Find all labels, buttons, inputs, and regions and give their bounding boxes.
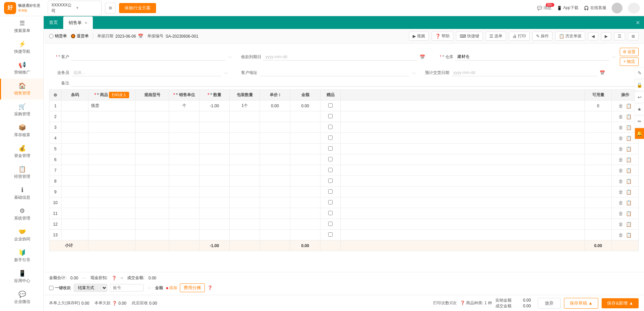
delete-row-icon[interactable]: 🗑: [618, 125, 623, 130]
row-price[interactable]: [260, 122, 290, 133]
one-click-payment-checkbox[interactable]: 一键收款: [49, 285, 71, 291]
sidebar-item-inventory[interactable]: 📦 库存核算: [0, 120, 43, 141]
row-unit[interactable]: 个: [169, 101, 199, 111]
copy-row-icon[interactable]: 📋: [626, 146, 632, 152]
sidebar-item-enterprise[interactable]: 🤝 企业协同: [0, 225, 43, 245]
sidebar-item-capital[interactable]: 💰 资金管理: [0, 141, 43, 162]
company-selector[interactable]: XXXXXX公司 ▼: [48, 1, 102, 15]
row-pack-qty[interactable]: [230, 144, 260, 154]
next-page-btn[interactable]: ▶: [601, 32, 611, 40]
video-btn[interactable]: ▶ 视频: [409, 32, 429, 41]
row-gift[interactable]: [320, 122, 341, 133]
row-gift[interactable]: [320, 165, 341, 176]
row-spec[interactable]: [136, 230, 169, 240]
customer-input[interactable]: [71, 53, 225, 61]
row-unit[interactable]: [169, 154, 199, 165]
row-unit[interactable]: [169, 122, 199, 133]
calendar-icon[interactable]: 📅: [138, 34, 143, 39]
row-gift[interactable]: [320, 111, 341, 122]
owe-info-icon[interactable]: ❓: [112, 301, 117, 306]
sidebar-item-system[interactable]: ⚙ 系统管理: [0, 204, 43, 225]
delete-row-icon[interactable]: 🗑: [618, 114, 623, 119]
sidebar-item-marketing[interactable]: 📢 营销推广: [0, 58, 43, 79]
expected-calendar-icon[interactable]: 📅: [600, 70, 605, 75]
select-order-btn[interactable]: ☰ 选单: [486, 32, 506, 41]
row-barcode[interactable]: [62, 122, 88, 133]
row-amount[interactable]: [290, 208, 320, 219]
row-pack-qty[interactable]: [230, 187, 260, 197]
row-pack-qty[interactable]: [230, 165, 260, 176]
row-barcode[interactable]: [62, 165, 88, 176]
sidebar-item-wechat[interactable]: 💬 企业微信: [0, 287, 43, 308]
row-qty[interactable]: [199, 144, 230, 154]
sidebar-item-basic-info[interactable]: ℹ 基础信息: [0, 183, 43, 204]
copy-row-icon[interactable]: 📋: [626, 168, 632, 173]
row-barcode[interactable]: [62, 133, 88, 144]
delete-row-icon[interactable]: 🗑: [618, 146, 623, 152]
payment-calendar-icon[interactable]: 📅: [420, 54, 425, 60]
row-barcode[interactable]: [62, 219, 88, 230]
return-order-radio[interactable]: 退货单: [71, 33, 89, 39]
copy-row-icon[interactable]: 📋: [626, 157, 632, 162]
row-product[interactable]: 拣货: [88, 101, 136, 111]
row-pack-qty[interactable]: [230, 230, 260, 240]
copy-row-icon[interactable]: 📋: [626, 179, 632, 184]
operate-btn[interactable]: ✎ 操作: [532, 32, 553, 41]
copy-row-icon[interactable]: 📋: [626, 232, 632, 238]
print-btn[interactable]: 🖨 打印: [509, 32, 530, 41]
row-gift[interactable]: [320, 101, 341, 111]
row-amount[interactable]: [290, 187, 320, 197]
copy-row-icon[interactable]: 📋: [626, 103, 632, 109]
row-product[interactable]: [88, 154, 136, 165]
tab-home[interactable]: 首页: [44, 16, 63, 29]
help-btn[interactable]: ❓ 帮助: [431, 32, 453, 41]
row-product[interactable]: [88, 176, 136, 187]
row-pack-qty[interactable]: [230, 133, 260, 144]
row-amount[interactable]: [290, 154, 320, 165]
customer-addr-input[interactable]: [259, 69, 409, 76]
add-payment-btn[interactable]: ● 添加: [166, 285, 177, 291]
row-amount[interactable]: [290, 111, 320, 122]
cash-discount-info-icon[interactable]: ❓: [112, 276, 117, 280]
row-product[interactable]: [88, 111, 136, 122]
row-pack-qty[interactable]: [230, 208, 260, 219]
row-qty[interactable]: [199, 197, 230, 208]
app-download-action[interactable]: 📱 App下载: [557, 5, 578, 11]
tab-close-icon[interactable]: ✕: [84, 21, 87, 25]
settings-btn[interactable]: ⚙ 设置: [620, 48, 639, 56]
avatar[interactable]: [612, 3, 622, 13]
row-price[interactable]: [260, 133, 290, 144]
row-price[interactable]: [260, 154, 290, 165]
account-ellipsis-btn[interactable]: ···: [146, 285, 152, 290]
row-unit[interactable]: [169, 144, 199, 154]
row-spec[interactable]: [136, 187, 169, 197]
delete-row-icon[interactable]: 🗑: [618, 189, 623, 195]
price-info-icon[interactable]: ℹ: [279, 93, 280, 97]
row-gift[interactable]: [320, 208, 341, 219]
account-input[interactable]: [110, 284, 144, 291]
row-qty[interactable]: [199, 176, 230, 187]
row-amount[interactable]: [290, 219, 320, 230]
row-spec[interactable]: [136, 165, 169, 176]
salesman-input[interactable]: [71, 69, 221, 76]
row-gift[interactable]: [320, 219, 341, 230]
row-price[interactable]: [260, 230, 290, 240]
float-refresh-btn[interactable]: ↩: [635, 91, 644, 103]
row-spec[interactable]: [136, 111, 169, 122]
history-orders-btn[interactable]: 📋 历史单据: [555, 32, 585, 41]
row-product[interactable]: [88, 208, 136, 219]
float-lock-btn[interactable]: 🔒: [635, 79, 644, 91]
row-pack-qty[interactable]: [230, 176, 260, 187]
customer-ellipsis-btn[interactable]: ···: [227, 54, 233, 59]
delete-row-icon[interactable]: 🗑: [618, 211, 623, 216]
row-amount[interactable]: [290, 176, 320, 187]
delete-row-icon[interactable]: 🗑: [618, 168, 623, 173]
avatar-extra[interactable]: [628, 3, 640, 13]
prev-page-btn[interactable]: ◀: [588, 32, 598, 40]
row-barcode[interactable]: [62, 208, 88, 219]
delete-row-icon[interactable]: 🗑: [618, 200, 623, 205]
row-spec[interactable]: [136, 154, 169, 165]
row-product[interactable]: [88, 230, 136, 240]
row-qty[interactable]: [199, 111, 230, 122]
row-amount[interactable]: [290, 122, 320, 133]
